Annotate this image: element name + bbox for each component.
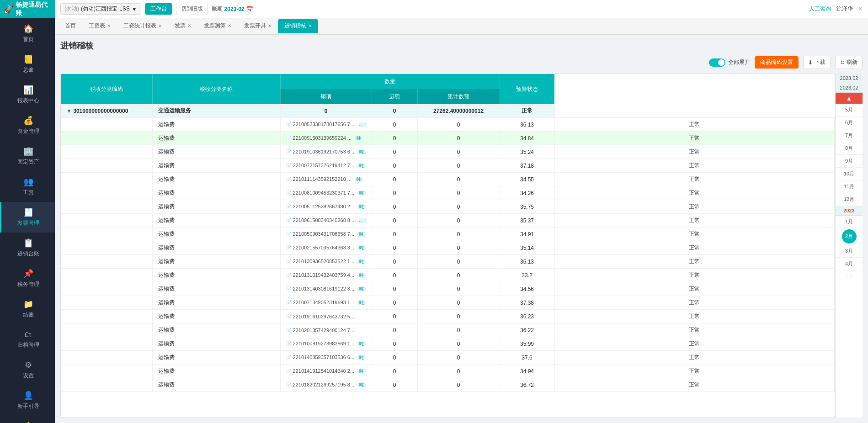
company-tag: (勿动) — [64, 5, 79, 13]
table-row[interactable]: 运输费 📄 2210061508340340268 8 ... 吨 0 0 35… — [61, 214, 835, 227]
table-row[interactable]: 运输费 📄 2210191036192170753 6... 吨 0 0 35.… — [61, 145, 835, 159]
sidebar-item-close[interactable]: 📁 结账 — [0, 294, 55, 324]
table-row[interactable]: 运输费 📄 2210050903431708658 7... 吨 0 0 34.… — [61, 227, 835, 241]
cal-month-4[interactable]: 4月 — [836, 258, 863, 270]
table-row[interactable]: 运输费 📄 2210091503139659224 ... 吨 0 0 34.8… — [61, 132, 835, 145]
cal-month-5[interactable]: 5月 — [836, 104, 863, 116]
sidebar-item-asset[interactable]: 🏢 固定资产 — [0, 141, 55, 171]
support-link[interactable]: 人工咨询 — [809, 5, 831, 13]
main-table: 税收分类编码 税收分类名称 数量 预警状态 销项 进项 累计数额 — [61, 74, 835, 392]
cell-sale: 0 — [372, 323, 417, 337]
code-setting-button[interactable]: 商品编码设置 — [755, 56, 799, 69]
close-button[interactable]: × — [858, 5, 863, 13]
tab-close-icon[interactable]: ✕ — [268, 23, 272, 28]
tab-salary-table[interactable]: 工资表 ✕ — [82, 19, 117, 33]
cell-invoice: 📄 2210061508340340268 8 ... 吨 — [280, 214, 372, 227]
calendar-panel: 2023.02 2023.02 ▲ 5月 6月 7月 8月 9月 10月 11月… — [835, 74, 863, 418]
back-button[interactable]: 切到旧版 — [176, 3, 208, 15]
cal-month-11[interactable]: 11月 — [836, 180, 863, 193]
cell-invoice: 📄 2210131403081619122 3... 吨 — [280, 282, 372, 296]
cal-up-button[interactable]: ▲ — [836, 93, 863, 104]
table-row[interactable]: 运输费 📄 2210051125282667480 2... 吨 0 0 35.… — [61, 200, 835, 214]
cell-status: 正常 — [554, 365, 835, 378]
sidebar-item-fund[interactable]: 💰 资金管理 — [0, 110, 55, 141]
expand-toggle[interactable] — [709, 58, 725, 67]
user-menu[interactable]: 徐泽华 — [836, 5, 853, 13]
cal-month-12[interactable]: 12月 — [836, 193, 863, 206]
cal-month-9[interactable]: 9月 — [836, 155, 863, 168]
table-row[interactable]: 运输费 📄 2210131403081619122 3... 吨 0 0 34.… — [61, 282, 835, 296]
sidebar-item-member[interactable]: ⭐ 畅会员 — [0, 416, 55, 423]
sidebar-item-report[interactable]: 📊 报表中心 — [0, 79, 55, 110]
sidebar-item-home[interactable]: 🏠 首页 — [0, 18, 55, 49]
table-row[interactable]: 运输费 📄 2210111143592152210 ... 吨 0 0 34.5… — [61, 173, 835, 186]
tab-close-icon[interactable]: ✕ — [158, 23, 162, 28]
table-row[interactable]: 运输费 📄 2210072157376219412 7... 吨 0 0 37.… — [61, 159, 835, 173]
table-row[interactable]: 运输费 📄 2210130936520853522 1... 吨 0 0 36.… — [61, 255, 835, 269]
cell-status: 正常 — [554, 186, 835, 200]
company-selector[interactable]: (勿动) (勿动)江西报宝-LSS ▼ — [60, 3, 141, 15]
workbench-button[interactable]: 工作台 — [145, 3, 172, 15]
tab-invoice-issue[interactable]: 发票开具 ✕ — [238, 19, 278, 33]
table-row[interactable]: ▼ 301000000000000000 交通运输服务 0 0 27262.40… — [61, 104, 835, 118]
cal-month-8[interactable]: 8月 — [836, 142, 863, 155]
table-wrapper[interactable]: 税收分类编码 税收分类名称 数量 预警状态 销项 进项 累计数额 — [60, 74, 835, 418]
tab-close-icon[interactable]: ✕ — [228, 23, 231, 28]
refresh-button[interactable]: ↻ 刷新 — [835, 56, 863, 69]
cell-cumulative: 36.13 — [500, 255, 554, 269]
sidebar-item-purchsale[interactable]: 📋 进销台账 — [0, 233, 55, 263]
tab-close-icon[interactable]: ✕ — [308, 23, 312, 28]
tab-home[interactable]: 首页 — [59, 19, 82, 33]
table-row[interactable]: 运输费 📄 2210191610297643732 5... 0 0 36.23… — [61, 310, 835, 323]
cal-month-2-active[interactable]: 2月 — [842, 229, 857, 244]
table-row[interactable]: 运输费 📄 2210141912541014340 2... 吨 0 0 34.… — [61, 365, 835, 378]
cell-purchase: 0 — [417, 378, 500, 392]
table-row[interactable]: 运输费 📄 2210071349052319693 1... 吨 0 0 37.… — [61, 296, 835, 310]
sidebar-item-guide[interactable]: 👤 新手引导 — [0, 385, 55, 416]
sidebar-item-invoice[interactable]: 🧾 发票管理 — [0, 202, 55, 233]
refresh-icon: ↻ — [840, 59, 845, 66]
cell-sale: 0 — [372, 255, 417, 269]
sidebar-item-archive[interactable]: 🗂 归档管理 — [0, 324, 55, 354]
cal-month-10[interactable]: 10月 — [836, 168, 863, 180]
cell-sale: 0 — [372, 118, 417, 132]
table-row[interactable]: 运输费 📄 2210140859357103536 6... 吨 0 0 37.… — [61, 351, 835, 365]
tab-salary-report[interactable]: 工资统计报表 ✕ — [117, 19, 168, 33]
tab-invoice[interactable]: 发票 ✕ — [168, 19, 197, 33]
sidebar-item-tax[interactable]: 📌 税务管理 — [0, 263, 55, 294]
cal-month-1[interactable]: 1月 — [836, 216, 863, 228]
toolbar: 全部展开 商品编码设置 ⬇ 下载 ↻ 刷新 — [60, 56, 863, 69]
tab-sales-check[interactable]: 进销稽核 ✕ — [278, 19, 318, 33]
table-row[interactable]: 运输费 📄 2210052338178017656 7 ... 吨 0 0 36… — [61, 118, 835, 132]
sidebar-item-settings[interactable]: ⚙ 设置 — [0, 354, 55, 385]
sidebar-item-label: 发票管理 — [17, 219, 39, 227]
sidebar-item-label: 结账 — [23, 311, 34, 319]
calendar-icon[interactable]: 📅 — [246, 6, 253, 12]
sidebar-item-salary[interactable]: 👥 工资 — [0, 171, 55, 202]
cal-month-6[interactable]: 6月 — [836, 116, 863, 129]
table-row[interactable]: 运输费 📄 2210100919278983869 1... 吨 0 0 35.… — [61, 337, 835, 351]
period-label: 账期 — [212, 5, 223, 13]
cell-invoice: 📄 2210191610297643732 5... — [280, 310, 372, 323]
cal-month-7[interactable]: 7月 — [836, 129, 863, 142]
cell-sale: 0 — [372, 132, 417, 145]
sidebar-item-ledger[interactable]: 📒 总账 — [0, 49, 55, 79]
tab-invoice-calc[interactable]: 发票测算 ✕ — [197, 19, 238, 33]
cell-name: 运输费 — [152, 255, 280, 269]
tab-close-icon[interactable]: ✕ — [107, 23, 111, 28]
table-row[interactable]: 运输费 📄 2210182021269257195 8... 吨 0 0 36.… — [61, 378, 835, 392]
cell-sale: 0 — [372, 282, 417, 296]
ledger-icon: 📒 — [23, 54, 33, 64]
cell-cumulative: 34.94 — [500, 365, 554, 378]
cell-name: 运输费 — [152, 145, 280, 159]
cal-month-3[interactable]: 3月 — [836, 245, 863, 258]
cell-cumulative: 37.18 — [500, 159, 554, 173]
cell-invoice: 📄 2210141912541014340 2... 吨 — [280, 365, 372, 378]
table-row[interactable]: 运输费 📄 2210081009453230371 7... 吨 0 0 34.… — [61, 186, 835, 200]
table-row[interactable]: 运输费 📄 2210201357429400124 7... 0 0 36.22… — [61, 323, 835, 337]
tab-close-icon[interactable]: ✕ — [187, 23, 191, 28]
download-button[interactable]: ⬇ 下载 — [803, 56, 831, 69]
table-row[interactable]: 运输费 📄 2210021557035764363 3... 吨 0 0 35.… — [61, 241, 835, 255]
cell-status: 正常 — [554, 282, 835, 296]
table-row[interactable]: 运输费 📄 2210131019432403759 4... 吨 0 0 33.… — [61, 269, 835, 282]
